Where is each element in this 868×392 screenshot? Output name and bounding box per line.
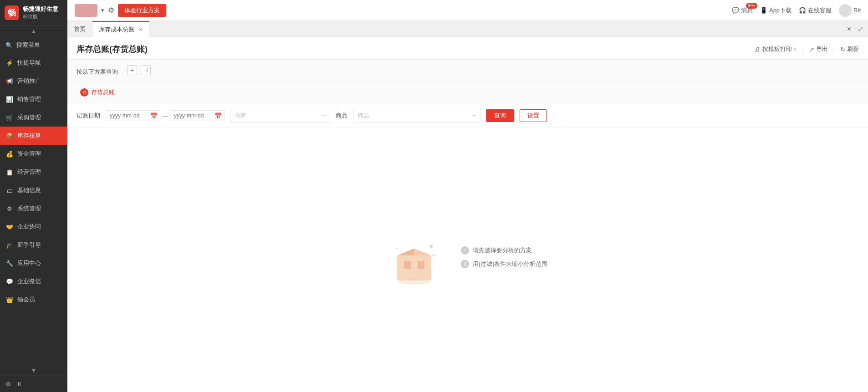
promo-button[interactable]: 体验行业方案 (118, 4, 166, 17)
refresh-icon: ↻ (840, 46, 845, 53)
sidebar-item-finance[interactable]: 💰 资金管理 (0, 145, 67, 163)
print-dropdown-icon[interactable]: ▾ (794, 46, 797, 52)
sidebar-item-label: 快捷导航 (17, 59, 41, 67)
main-area: ▾ ⚙ 体验行业方案 💬 消息 99+ 📱 App下载 🎧 在线客服 (67, 0, 868, 392)
refresh-button[interactable]: ↻ 刷新 (840, 45, 859, 53)
sidebar-item-purchase[interactable]: 🛒 采购管理 (0, 108, 67, 127)
sidebar-item-label: 企业微信 (17, 277, 41, 285)
sidebar-item-sales[interactable]: 📊 销售管理 (0, 90, 67, 108)
refresh-label: 刷新 (847, 45, 859, 53)
tabs-resize-icon[interactable]: ⤢ (858, 25, 863, 33)
app-logo-icon: 畅 (5, 5, 19, 20)
download-icon: 📱 (760, 7, 767, 14)
sidebar-scroll-down[interactable]: ▼ (0, 365, 67, 376)
sidebar-item-operation[interactable]: 📋 经营管理 (0, 163, 67, 181)
filter-label: 按以下方案查询 (77, 65, 118, 76)
print-button[interactable]: 🖨 按模板打印 ▾ (755, 45, 797, 53)
sidebar-item-member[interactable]: 👑 畅会员 (0, 290, 67, 309)
sidebar-item-marketing[interactable]: 📢 营销推广 (0, 72, 67, 90)
scheme-label: 存货总账 (91, 88, 115, 97)
basic-icon: 🗃 (5, 186, 14, 194)
date-separator: — (162, 112, 168, 119)
empty-state: 1 请先选择要分析的方案 2 用[过滤]条件来缩小分析范围 (67, 127, 868, 392)
tab-home[interactable]: 首页 (67, 21, 92, 37)
sidebar-item-label: 营销推广 (17, 77, 41, 85)
sidebar: 畅 畅捷通好生意 标准版 ▲ 🔍 搜索菜单 ⚡ 快捷导航 📢 营销推广 📊 销售… (0, 0, 67, 392)
audio-bottom-button[interactable]: ⏸ (16, 381, 22, 387)
sidebar-item-enterprise[interactable]: 🤝 企业协同 (0, 218, 67, 236)
sidebar-item-label: 企业协同 (17, 223, 41, 231)
empty-hint-1: 1 请先选择要分析的方案 (461, 246, 547, 255)
filter-collapse-button[interactable]: 《 (141, 65, 151, 75)
sidebar-logo: 畅 畅捷通好生意 标准版 (0, 0, 67, 26)
user-avatar-area[interactable]: Rit (839, 4, 861, 17)
warehouse-label: 仓库 (235, 112, 246, 120)
sidebar-scroll-up[interactable]: ▲ (0, 26, 67, 36)
company-dropdown[interactable]: ▾ (101, 7, 104, 14)
sidebar-item-system[interactable]: ⚙ 系统管理 (0, 199, 67, 218)
sidebar-item-app-center[interactable]: 🔧 应用中心 (0, 254, 67, 272)
print-icon: 🖨 (755, 46, 761, 53)
sidebar-item-quick-nav[interactable]: ⚡ 快捷导航 (0, 54, 67, 72)
tab-close-icon[interactable]: × (139, 26, 143, 33)
product-field-label: 商品 (336, 112, 347, 120)
topbar-left: ▾ ⚙ 体验行业方案 (75, 4, 727, 17)
sidebar-search[interactable]: 🔍 搜索菜单 (0, 36, 67, 54)
online-service-button[interactable]: 🎧 在线客服 (799, 6, 832, 15)
settings-bottom-button[interactable]: ⚙ (5, 381, 11, 387)
topbar-right: 💬 消息 99+ 📱 App下载 🎧 在线客服 Rit (732, 4, 861, 17)
inventory-icon: 📦 (5, 132, 14, 140)
app-download-label: App下载 (769, 6, 791, 15)
svg-rect-1 (404, 261, 411, 269)
search-label: 搜索菜单 (16, 41, 40, 49)
scheme-icon: 存 (80, 88, 88, 97)
sidebar-item-label: 基础信息 (17, 186, 41, 194)
empty-hints: 1 请先选择要分析的方案 2 用[过滤]条件来缩小分析范围 (461, 246, 547, 274)
settings-gear-button[interactable]: ⚙ (108, 6, 114, 15)
sidebar-item-basic[interactable]: 🗃 基础信息 (0, 181, 67, 199)
filter-area: 按以下方案查询 + 《 (67, 60, 868, 82)
username-label: Rit (853, 7, 861, 14)
app-center-icon: 🔧 (5, 259, 14, 267)
dropdown-arrow-icon: ▾ (101, 7, 104, 14)
product-input[interactable]: 商品 ··· (353, 109, 480, 122)
date-start-input[interactable] (106, 110, 160, 121)
page-content: 库存总账(存货总账) 🖨 按模板打印 ▾ | ↗ 导出 | ↻ 刷新 (67, 37, 868, 392)
date-end-wrap: 📅 (170, 110, 225, 121)
user-avatar (839, 4, 852, 17)
app-download-button[interactable]: 📱 App下载 (760, 6, 791, 15)
app-version: 标准版 (23, 13, 58, 20)
action-divider: | (802, 46, 803, 53)
date-end-input[interactable] (170, 110, 225, 121)
tab-inventory-ledger[interactable]: 库存成本总账 × (92, 21, 149, 37)
filter-add-button[interactable]: + (127, 65, 137, 75)
message-badge: 99+ (746, 3, 757, 9)
sidebar-item-label: 新手引导 (17, 241, 41, 249)
filter-controls: + 《 (127, 65, 859, 75)
svg-point-3 (398, 279, 430, 285)
sidebar-item-label: 畅会员 (17, 295, 35, 304)
add-icon: + (130, 66, 134, 74)
sidebar-item-inventory[interactable]: 📦 库存核算 (0, 127, 67, 145)
scheme-item-inventory-ledger[interactable]: 存 存货总账 (77, 87, 118, 98)
hint-2-text: 用[过滤]条件来缩小分析范围 (473, 260, 547, 268)
sidebar-item-wechat[interactable]: 💬 企业微信 (0, 272, 67, 290)
app-logo-text: 畅捷通好生意 标准版 (23, 5, 58, 20)
filter-scheme-panel: 存 存货总账 (67, 82, 868, 104)
tabs-close-all-button[interactable]: × (844, 24, 854, 34)
warehouse-input[interactable]: 仓库 ··· (230, 109, 330, 122)
scheme-icon-char: 存 (82, 90, 87, 96)
message-button[interactable]: 💬 消息 99+ (732, 6, 753, 15)
finance-icon: 💰 (5, 150, 14, 158)
sidebar-item-label: 应用中心 (17, 259, 41, 267)
app-name: 畅捷通好生意 (23, 5, 58, 13)
query-button[interactable]: 查询 (486, 109, 514, 122)
page-title: 库存总账(存货总账) (77, 44, 148, 55)
online-service-label: 在线客服 (808, 6, 832, 15)
sidebar-item-newbie[interactable]: 🎓 新手引导 (0, 236, 67, 254)
date-input-group: 📅 — 📅 (106, 110, 225, 121)
settings-button[interactable]: 设置 (520, 109, 547, 122)
newbie-icon: 🎓 (5, 241, 14, 249)
filter-row: 记账日期 📅 — 📅 仓库 ··· 商品 商品 (67, 104, 868, 127)
export-button[interactable]: ↗ 导出 (809, 45, 828, 53)
